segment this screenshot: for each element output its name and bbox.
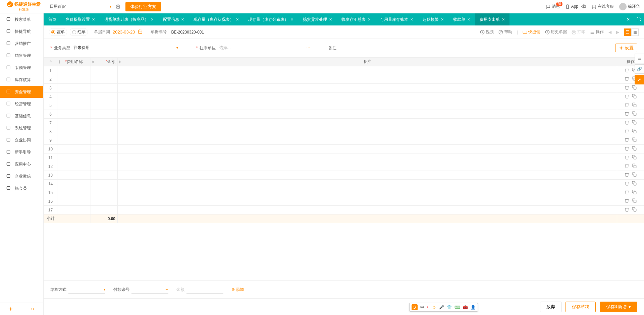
video-link[interactable]: 视频	[480, 29, 494, 35]
biz-type-select[interactable]: 往来费用 ▾	[72, 44, 179, 52]
cell-note[interactable]	[118, 136, 617, 145]
tabs-close-all[interactable]: ✕	[623, 13, 633, 25]
tab-close-icon[interactable]: ✕	[441, 17, 444, 22]
ime-lang[interactable]: 中	[420, 305, 424, 310]
radio-blue[interactable]: 蓝单	[49, 28, 67, 36]
tab-3[interactable]: 配置信息✕	[158, 13, 189, 25]
tab-close-icon[interactable]: ✕	[92, 17, 95, 22]
tab-close-icon[interactable]: ✕	[410, 17, 413, 22]
pay-account-select[interactable]: ⋯	[131, 286, 168, 294]
pay-amount-input[interactable]	[186, 286, 223, 294]
row-copy-icon[interactable]	[632, 155, 637, 161]
cell-name[interactable]	[57, 119, 91, 127]
cell-amount[interactable]	[91, 84, 118, 92]
cell-amount[interactable]	[91, 101, 118, 110]
cell-note[interactable]	[118, 171, 617, 180]
row-delete-icon[interactable]	[625, 190, 629, 195]
tab-10[interactable]: 收款单✕	[448, 13, 475, 25]
sidebar-item-0[interactable]: 搜索菜单	[0, 13, 43, 25]
cell-amount[interactable]	[91, 162, 118, 171]
sidebar-item-8[interactable]: 基础信息	[0, 110, 43, 122]
row-delete-icon[interactable]	[625, 129, 629, 134]
ime-toolbar[interactable]: S 中 •, ☺ 🎤 👕 ⌨ 🧰 👤	[409, 303, 478, 312]
cell-name[interactable]	[57, 171, 91, 180]
tab-close-icon[interactable]: ✕	[368, 17, 371, 22]
row-delete-icon[interactable]	[625, 111, 629, 117]
sidebar-item-10[interactable]: 企业协同	[0, 134, 43, 146]
tab-7[interactable]: 收发存汇总表✕	[337, 13, 375, 25]
row-delete-icon[interactable]	[625, 76, 629, 82]
user-menu[interactable]: 徐泽华	[619, 3, 640, 10]
row-delete-icon[interactable]	[625, 137, 629, 143]
sidebar-item-11[interactable]: 新手引导	[0, 146, 43, 158]
row-copy-icon[interactable]	[632, 120, 637, 126]
remark-input[interactable]	[338, 44, 446, 52]
row-copy-icon[interactable]	[632, 146, 637, 152]
float-expand-icon[interactable]: ⤢	[635, 75, 644, 84]
sidebar-item-1[interactable]: 快捷导航	[0, 25, 43, 38]
cell-name[interactable]	[57, 136, 91, 145]
app-download-button[interactable]: App下载	[565, 4, 586, 9]
row-copy-icon[interactable]	[632, 198, 637, 204]
cell-name[interactable]	[57, 188, 91, 197]
cell-amount[interactable]	[91, 136, 118, 145]
row-copy-icon[interactable]	[632, 164, 637, 169]
tab-close-icon[interactable]: ✕	[467, 17, 470, 22]
sidebar-item-7[interactable]: 经营管理	[0, 98, 43, 110]
cell-amount[interactable]	[91, 110, 118, 119]
tab-11[interactable]: 费用支出单✕	[475, 13, 509, 25]
cell-note[interactable]	[118, 101, 617, 110]
shortcut-link[interactable]: 快捷键	[523, 29, 540, 35]
row-delete-icon[interactable]	[625, 120, 629, 126]
ops-link[interactable]: 操作	[590, 29, 604, 35]
cell-note[interactable]	[118, 84, 617, 92]
history-link[interactable]: 历史单据	[545, 29, 567, 35]
th-amount[interactable]: ▴▾*金额	[91, 58, 118, 66]
more-icon[interactable]: ⋯	[306, 46, 310, 50]
cell-note[interactable]	[118, 162, 617, 171]
cell-note[interactable]	[118, 75, 617, 84]
cell-amount[interactable]	[91, 206, 118, 214]
cell-name[interactable]	[57, 84, 91, 92]
row-delete-icon[interactable]	[625, 164, 629, 169]
tab-9[interactable]: 超储预警✕	[418, 13, 448, 25]
ime-voice-icon[interactable]: 🎤	[439, 305, 444, 310]
cell-note[interactable]	[118, 180, 617, 188]
row-copy-icon[interactable]	[632, 190, 637, 195]
prev-icon[interactable]: ◀	[608, 30, 611, 35]
sidebar-item-6[interactable]: 资金管理	[0, 86, 43, 98]
support-button[interactable]: 在线客服	[592, 4, 614, 9]
ime-toolbox-icon[interactable]: 🧰	[463, 305, 468, 310]
print-link[interactable]: 打印	[572, 29, 585, 35]
cell-name[interactable]	[57, 180, 91, 188]
row-copy-icon[interactable]	[632, 129, 637, 134]
cell-note[interactable]	[118, 119, 617, 127]
float-attach-icon[interactable]: 🔗	[635, 64, 644, 74]
pay-method-select[interactable]: ▾	[68, 286, 105, 294]
discard-button[interactable]: 放弃	[540, 302, 561, 312]
th-settings[interactable]	[44, 58, 57, 66]
tab-8[interactable]: 可用量库存账本✕	[375, 13, 418, 25]
cell-name[interactable]	[57, 153, 91, 162]
cell-note[interactable]	[118, 92, 617, 101]
cell-name[interactable]	[57, 66, 91, 75]
calendar-icon[interactable]	[138, 29, 143, 35]
cell-amount[interactable]	[91, 66, 118, 75]
cell-note[interactable]	[118, 145, 617, 153]
help-link[interactable]: 帮助	[498, 29, 512, 35]
tab-close-icon[interactable]: ✕	[236, 17, 239, 22]
view-list-icon[interactable]: ☰	[624, 28, 631, 36]
sidebar-item-9[interactable]: 系统管理	[0, 122, 43, 134]
tab-close-icon[interactable]: ✕	[502, 17, 505, 22]
messages-button[interactable]: 消息 70	[546, 4, 560, 9]
row-delete-icon[interactable]	[625, 198, 629, 204]
row-delete-icon[interactable]	[625, 68, 629, 73]
cell-name[interactable]	[57, 162, 91, 171]
row-copy-icon[interactable]	[632, 207, 637, 213]
row-delete-icon[interactable]	[625, 207, 629, 213]
cell-amount[interactable]	[91, 197, 118, 206]
cell-amount[interactable]	[91, 153, 118, 162]
cell-note[interactable]	[118, 197, 617, 206]
cell-note[interactable]	[118, 66, 617, 75]
cell-note[interactable]	[118, 153, 617, 162]
